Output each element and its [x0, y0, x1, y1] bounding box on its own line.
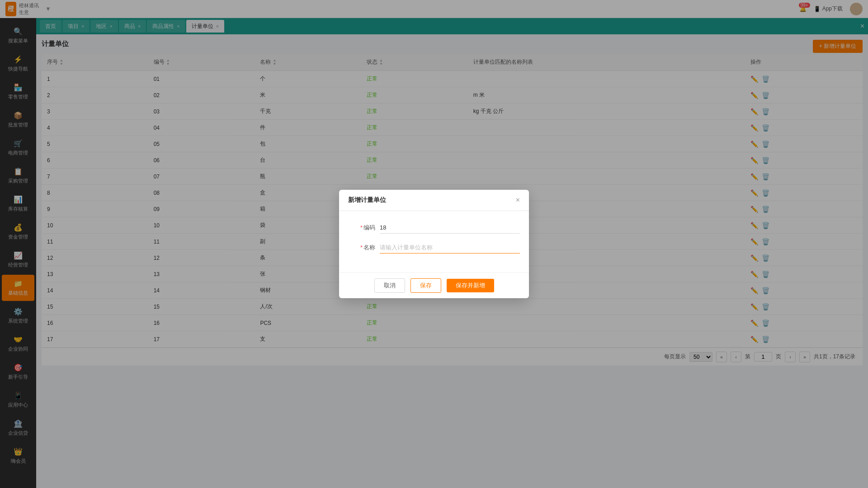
code-form-row: *编码 [348, 222, 520, 234]
save-button[interactable]: 保存 [410, 278, 441, 293]
code-input[interactable] [380, 222, 520, 234]
modal-body: *编码 *名称 [339, 211, 529, 272]
name-label: *名称 [348, 244, 375, 252]
required-mark: * [360, 224, 363, 231]
modal-overlay: 新增计量单位 × *编码 *名称 取消 保存 保存并新增 [0, 0, 868, 488]
modal-title: 新增计量单位 [348, 196, 386, 204]
name-form-row: *名称 [348, 242, 520, 253]
cancel-button[interactable]: 取消 [374, 278, 405, 293]
code-label: *编码 [348, 224, 375, 232]
name-input[interactable] [380, 242, 520, 253]
name-required-mark: * [360, 244, 363, 251]
modal-close-button[interactable]: × [516, 196, 520, 204]
add-unit-modal: 新增计量单位 × *编码 *名称 取消 保存 保存并新增 [339, 190, 529, 298]
modal-header: 新增计量单位 × [339, 190, 529, 211]
save-and-new-button[interactable]: 保存并新增 [447, 279, 494, 292]
modal-footer: 取消 保存 保存并新增 [339, 272, 529, 298]
